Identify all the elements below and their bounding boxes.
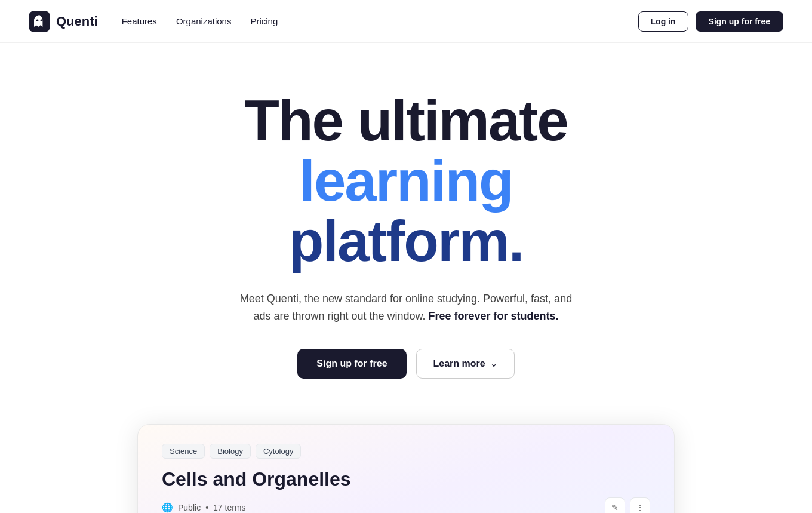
edit-button[interactable]: ✎: [605, 497, 625, 513]
brand-name: Quenti: [56, 14, 98, 29]
card-title: Cells and Organelles: [162, 468, 650, 490]
tag-science: Science: [162, 444, 205, 459]
svg-point-1: [36, 19, 39, 21]
card-meta-left: 🌐 Public • 17 terms: [162, 502, 246, 513]
chevron-down-icon: ⌄: [490, 359, 497, 368]
nav-links: Features Organizations Pricing: [122, 16, 278, 27]
preview-card: Science Biology Cytology Cells and Organ…: [137, 424, 675, 513]
signup-hero-button[interactable]: Sign up for free: [297, 349, 406, 379]
svg-point-2: [41, 19, 43, 21]
tag-biology: Biology: [210, 444, 251, 459]
card-terms-count: 17 terms: [213, 503, 245, 512]
hero-title: The ultimate learning platform.: [137, 91, 675, 271]
hero-subtitle-bold: Free forever for students.: [429, 310, 559, 322]
hero-subtitle: Meet Quenti, the new standard for online…: [233, 290, 579, 325]
card-visibility: Public: [178, 503, 201, 512]
nav-right: Log in Sign up for free: [638, 11, 783, 32]
globe-icon: 🌐: [162, 502, 173, 513]
learn-more-label: Learn more: [433, 358, 485, 369]
login-button[interactable]: Log in: [638, 11, 688, 32]
nav-features[interactable]: Features: [122, 16, 157, 26]
nav-organizations[interactable]: Organizations: [176, 16, 232, 26]
nav-pricing[interactable]: Pricing: [250, 16, 278, 26]
tag-cytology: Cytology: [256, 444, 302, 459]
hero-buttons: Sign up for free Learn more ⌄: [297, 349, 514, 379]
card-tags: Science Biology Cytology: [162, 444, 650, 459]
learn-more-button[interactable]: Learn more ⌄: [416, 349, 515, 379]
hero-section: The ultimate learning platform. Meet Que…: [0, 43, 812, 414]
logo-link[interactable]: Quenti: [29, 11, 98, 32]
nav-left: Quenti Features Organizations Pricing: [29, 11, 278, 32]
card-separator: •: [205, 503, 208, 512]
edit-icon: ✎: [611, 503, 619, 512]
card-meta: 🌐 Public • 17 terms ✎ ⋮: [162, 497, 650, 513]
navbar: Quenti Features Organizations Pricing Lo…: [0, 0, 812, 43]
signup-nav-button[interactable]: Sign up for free: [696, 11, 783, 32]
hero-title-line2: learning: [299, 149, 512, 213]
quenti-logo-icon: [29, 11, 50, 32]
card-actions: ✎ ⋮: [605, 497, 650, 513]
hero-title-line1: The ultimate: [244, 88, 567, 152]
hero-title-line3: platform.: [289, 209, 524, 273]
more-options-button[interactable]: ⋮: [630, 497, 650, 513]
preview-section: Science Biology Cytology Cells and Organ…: [0, 424, 812, 513]
more-icon: ⋮: [636, 503, 644, 512]
